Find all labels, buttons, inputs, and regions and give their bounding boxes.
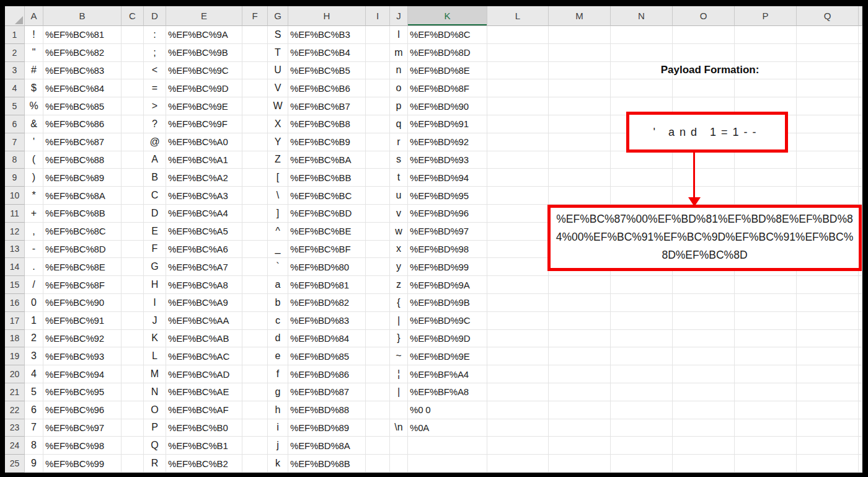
cell-F8[interactable] — [242, 151, 268, 169]
cell-J7[interactable]: r — [390, 133, 408, 151]
cell-M10[interactable] — [549, 187, 611, 205]
cell-L5[interactable] — [487, 97, 549, 115]
cell-D25[interactable]: R — [144, 455, 166, 473]
cell-H3[interactable]: %EF%BC%B5 — [288, 62, 366, 80]
cell-P18[interactable] — [735, 330, 797, 348]
cell-F12[interactable] — [242, 223, 268, 241]
cell-H1[interactable]: %EF%BC%B3 — [288, 26, 366, 44]
cell-I9[interactable] — [366, 169, 390, 187]
cell-D21[interactable]: N — [144, 383, 166, 401]
column-header-k[interactable]: K — [408, 6, 487, 26]
cell-H9[interactable]: %EF%BC%BB — [288, 169, 366, 187]
cell-B7[interactable]: %EF%BC%87 — [43, 133, 122, 151]
cell-C12[interactable] — [122, 223, 144, 241]
cell-J5[interactable]: p — [390, 97, 408, 115]
cell-K22[interactable]: %0 0 — [408, 401, 487, 419]
column-header-n[interactable]: N — [611, 6, 673, 26]
cell-G13[interactable]: _ — [268, 241, 288, 259]
cell-Q10[interactable] — [797, 187, 859, 205]
column-header-e[interactable]: E — [166, 6, 242, 26]
cell-A8[interactable]: ( — [25, 151, 43, 169]
cell-J22[interactable] — [390, 401, 408, 419]
cell-E17[interactable]: %EF%BC%AA — [166, 312, 242, 330]
cell-A17[interactable]: 1 — [25, 312, 43, 330]
cell-Q16[interactable] — [797, 294, 859, 312]
cell-P15[interactable] — [735, 276, 797, 294]
cell-N24[interactable] — [611, 437, 673, 455]
cell-D15[interactable]: H — [144, 276, 166, 294]
cell-P21[interactable] — [735, 383, 797, 401]
cell-A18[interactable]: 2 — [25, 330, 43, 348]
cell-D18[interactable]: K — [144, 330, 166, 348]
cell-L24[interactable] — [487, 437, 549, 455]
cell-A10[interactable]: * — [25, 187, 43, 205]
cell-M9[interactable] — [549, 169, 611, 187]
cell-D16[interactable]: I — [144, 294, 166, 312]
cell-E21[interactable]: %EF%BC%AE — [166, 383, 242, 401]
cell-O20[interactable] — [673, 365, 735, 383]
cell-A3[interactable]: # — [25, 62, 43, 80]
cell-N17[interactable] — [611, 312, 673, 330]
cell-H14[interactable]: %EF%BD%80 — [288, 258, 366, 276]
cell-A11[interactable]: + — [25, 205, 43, 223]
cell-G23[interactable]: i — [268, 419, 288, 437]
cell-P9[interactable] — [735, 169, 797, 187]
cell-D12[interactable]: E — [144, 223, 166, 241]
row-header-21[interactable]: 21 — [5, 383, 25, 401]
cell-L22[interactable] — [487, 401, 549, 419]
cell-E4[interactable]: %EF%BC%9D — [166, 79, 242, 97]
cell-Q8[interactable] — [797, 151, 859, 169]
cell-E8[interactable]: %EF%BC%A1 — [166, 151, 242, 169]
cell-O23[interactable] — [673, 419, 735, 437]
cell-H13[interactable]: %EF%BC%BF — [288, 241, 366, 259]
cell-J4[interactable]: o — [390, 79, 408, 97]
cell-N9[interactable] — [611, 169, 673, 187]
cell-N23[interactable] — [611, 419, 673, 437]
cell-K10[interactable]: %EF%BD%95 — [408, 187, 487, 205]
cell-B18[interactable]: %EF%BC%92 — [43, 330, 122, 348]
cell-C22[interactable] — [122, 401, 144, 419]
cell-H15[interactable]: %EF%BD%81 — [288, 276, 366, 294]
cell-C4[interactable] — [122, 79, 144, 97]
cell-H11[interactable]: %EF%BC%BD — [288, 205, 366, 223]
payload-encoded-box[interactable]: %EF%BC%87%00%EF%BD%81%EF%BD%8E%EF%BD%84%… — [547, 205, 862, 271]
cell-C8[interactable] — [122, 151, 144, 169]
cell-E22[interactable]: %EF%BC%AF — [166, 401, 242, 419]
cell-B19[interactable]: %EF%BC%93 — [43, 347, 122, 365]
cell-K9[interactable]: %EF%BD%94 — [408, 169, 487, 187]
cell-K7[interactable]: %EF%BD%92 — [408, 133, 487, 151]
cell-D2[interactable]: ; — [144, 44, 166, 62]
cell-O9[interactable] — [673, 169, 735, 187]
cell-L12[interactable] — [487, 223, 549, 241]
cell-C19[interactable] — [122, 347, 144, 365]
cell-K20[interactable]: %EF%BF%A4 — [408, 365, 487, 383]
cell-G15[interactable]: a — [268, 276, 288, 294]
cell-K6[interactable]: %EF%BD%91 — [408, 115, 487, 133]
cell-E7[interactable]: %EF%BC%A0 — [166, 133, 242, 151]
cell-Q2[interactable] — [797, 44, 859, 62]
cell-K15[interactable]: %EF%BD%9A — [408, 276, 487, 294]
cell-N22[interactable] — [611, 401, 673, 419]
cell-D17[interactable]: J — [144, 312, 166, 330]
cell-B5[interactable]: %EF%BC%85 — [43, 97, 122, 115]
cell-I8[interactable] — [366, 151, 390, 169]
cell-H25[interactable]: %EF%BD%8B — [288, 455, 366, 473]
cell-J2[interactable]: m — [390, 44, 408, 62]
cell-Q18[interactable] — [797, 330, 859, 348]
cell-E3[interactable]: %EF%BC%9C — [166, 62, 242, 80]
cell-I17[interactable] — [366, 312, 390, 330]
cell-G12[interactable]: ^ — [268, 223, 288, 241]
column-header-h[interactable]: H — [288, 6, 366, 26]
cell-N16[interactable] — [611, 294, 673, 312]
cell-E16[interactable]: %EF%BC%A9 — [166, 294, 242, 312]
cell-I2[interactable] — [366, 44, 390, 62]
cell-B4[interactable]: %EF%BC%84 — [43, 79, 122, 97]
cell-N8[interactable] — [611, 151, 673, 169]
cell-N25[interactable] — [611, 455, 673, 473]
cell-D3[interactable]: < — [144, 62, 166, 80]
cell-A12[interactable]: , — [25, 223, 43, 241]
cell-P22[interactable] — [735, 401, 797, 419]
cell-D22[interactable]: O — [144, 401, 166, 419]
row-header-9[interactable]: 9 — [5, 169, 25, 187]
down-arrow-stem[interactable] — [693, 153, 695, 198]
